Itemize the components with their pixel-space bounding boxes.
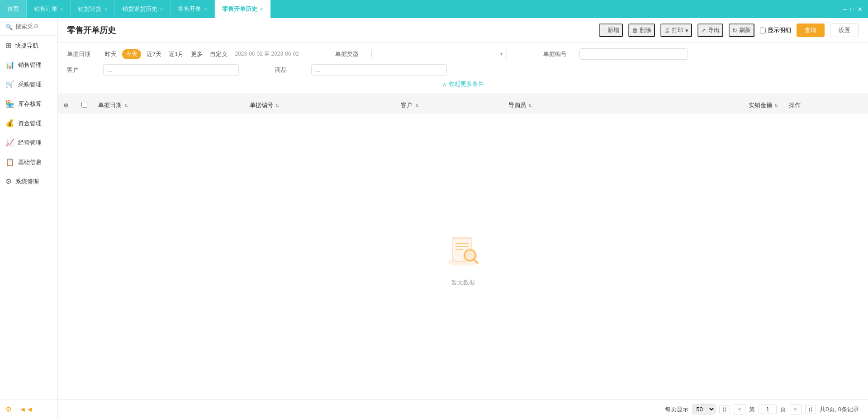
date-btn-last7[interactable]: 近7天 [145,49,163,59]
display-detail-checkbox[interactable] [760,28,766,33]
tab-sales-return[interactable]: 销货退货 × [71,0,114,18]
delete-button[interactable]: 🗑 删除 [628,24,655,37]
purchase-mgmt-icon: 🛒 [5,80,14,89]
next-page-btn[interactable]: ＞ [790,404,802,414]
close-tab-sales-return[interactable]: × [104,6,107,12]
sort-doc-date-icon: ⇅ [124,103,128,108]
empty-state: 暂无数据 [58,113,868,399]
th-checkbox [76,98,93,113]
sales-mgmt-icon: 📊 [5,61,14,69]
tab-retail-open[interactable]: 零售开单 × [171,0,214,18]
goods-label: 商品 [275,66,302,74]
export-icon: ↗ [701,27,706,34]
per-page-select[interactable]: 50 10 20 100 [692,404,716,414]
print-button[interactable]: 🖨 打印 ▾ [660,24,692,37]
sort-customer-icon: ⇅ [415,103,419,108]
tab-bar: 首页 销售订单 × 销货退货 × 销货退货历史 × 零售开单 × 零售开单历史 … [0,0,868,18]
close-tab-retail-open[interactable]: × [204,6,207,12]
empty-icon [441,226,486,271]
date-btn-custom[interactable]: 自定义 [208,49,229,59]
export-button[interactable]: ↗ 导出 [697,24,723,37]
date-btn-yesterday[interactable]: 昨天 [103,49,119,59]
sidebar-item-operations[interactable]: 📈 经营管理 [0,133,57,152]
query-button[interactable]: 查询 [797,24,825,37]
page-word: 第 [749,405,755,414]
print-dropdown-arrow[interactable]: ▾ [685,27,688,34]
collapse-button[interactable]: ∧ 收起更多条件 [442,80,484,88]
delete-icon: 🗑 [632,27,638,34]
prev-page-btn[interactable]: ＜ [734,404,745,414]
finance-icon: 💰 [5,119,14,127]
inventory-icon: 🏪 [5,99,14,108]
close-tab-sales-order[interactable]: × [60,6,63,12]
sidebar-item-inventory[interactable]: 🏪 库存核算 [0,94,57,113]
refresh-button[interactable]: ↻ 刷新 [729,24,754,37]
minimize-btn[interactable]: ─ [843,6,847,13]
th-doc-number[interactable]: 单据编号 ⇅ [244,98,396,113]
data-table: ⚙ 单据日期 ⇅ 单据编号 ⇅ [58,98,868,113]
goods-input[interactable]: ... [311,64,447,75]
date-btn-last1month[interactable]: 近1月 [167,49,185,59]
tab-sales-order[interactable]: 销售订单 × [27,0,71,18]
date-btn-more[interactable]: 更多 [189,49,204,59]
maximize-btn[interactable]: □ [850,6,854,13]
gear-settings-btn[interactable]: ⚙ [5,405,12,414]
add-button[interactable]: + 新增 [599,24,623,37]
sidebar-item-finance[interactable]: 💰 资金管理 [0,113,57,133]
pagination: 每页显示 50 10 20 100 ⟨⟨ ＜ 第 页 ＞ ⟩⟩ 共0页, 0条记… [58,399,868,419]
filter-row-2: 客户 ... 商品 ... [67,64,859,75]
page-label: 页 [780,405,786,414]
sidebar-item-basic-info[interactable]: 📋 基础信息 [0,152,57,172]
th-guide[interactable]: 导购员 ⇅ [503,98,632,113]
basic-info-icon: 📋 [5,158,14,166]
window-controls: ─ □ ✕ [837,0,868,18]
doc-type-select[interactable]: ▾ [371,49,507,59]
search-icon: 🔍 [5,24,13,30]
close-btn[interactable]: ✕ [858,6,863,13]
date-shortcuts: 昨天 今天 近7天 近1月 更多 自定义 2023-06-02 至 2023-0… [103,49,299,59]
toolbar: + 新增 🗑 删除 🖨 打印 ▾ ↗ 导出 ↻ 刷新 [599,24,859,37]
content-area: 零售开单历史 + 新增 🗑 删除 🖨 打印 ▾ ↗ 导出 ↻ [58,18,868,419]
current-page-input[interactable] [759,405,777,414]
customer-input[interactable]: ... [103,64,239,75]
doc-type-label: 单据类型 [335,50,362,58]
sidebar-item-purchase-mgmt[interactable]: 🛒 采购管理 [0,75,57,94]
close-tab-retail-open-history[interactable]: × [260,6,263,12]
th-customer[interactable]: 客户 ⇅ [395,98,503,113]
empty-text: 暂无数据 [451,278,475,287]
filter-area: 单据日期 昨天 今天 近7天 近1月 更多 自定义 2023-06-02 至 2… [58,43,868,94]
sort-doc-number-icon: ⇅ [275,103,279,108]
th-operation: 操作 [783,98,868,113]
display-detail-toggle[interactable]: 显示明细 [760,26,791,34]
sidebar-search[interactable]: 🔍 搜索采单 [0,18,57,36]
sidebar-item-quick-nav[interactable]: ⊞ 快捷导航 [0,36,57,55]
total-label: 共0页, 0条记录 [820,405,859,414]
select-all-checkbox[interactable] [81,102,87,108]
collapse-row: ∧ 收起更多条件 [67,80,859,88]
settings-button[interactable]: 设置 [830,24,859,37]
print-icon: 🖨 [664,27,670,34]
table-header-row: ⚙ 单据日期 ⇅ 单据编号 ⇅ [58,98,868,113]
tab-home[interactable]: 首页 [0,0,27,18]
refresh-icon: ↻ [732,27,737,34]
tab-sales-return-history[interactable]: 销货退货历史 × [115,0,171,18]
filter-row-1: 单据日期 昨天 今天 近7天 近1月 更多 自定义 2023-06-02 至 2… [67,48,859,60]
th-actual-amount[interactable]: 实销金额 ⇅ [632,98,784,113]
first-page-btn[interactable]: ⟨⟨ [719,405,730,414]
th-doc-date[interactable]: 单据日期 ⇅ [93,98,244,113]
last-page-btn[interactable]: ⟩⟩ [805,405,816,414]
doc-number-label: 单据编号 [543,50,570,58]
date-range-display: 2023-06-02 至 2023-06-02 [235,50,299,58]
system-icon: ⚙ [5,177,12,186]
page-header: 零售开单历史 + 新增 🗑 删除 🖨 打印 ▾ ↗ 导出 ↻ [58,18,868,43]
doc-number-input[interactable] [579,48,688,60]
tab-retail-open-history[interactable]: 零售开单历史 × [215,0,270,18]
date-btn-today[interactable]: 今天 [122,49,141,59]
sidebar-collapse-btn[interactable]: ◄◄ [19,405,33,414]
sidebar-item-system[interactable]: ⚙ 系统管理 [0,172,57,191]
customer-value: ... [107,66,235,73]
page-title: 零售开单历史 [67,25,116,36]
sidebar-item-sales-mgmt[interactable]: 📊 销售管理 [0,55,57,75]
close-tab-sales-return-history[interactable]: × [160,6,163,12]
table-settings-icon[interactable]: ⚙ [63,102,69,109]
